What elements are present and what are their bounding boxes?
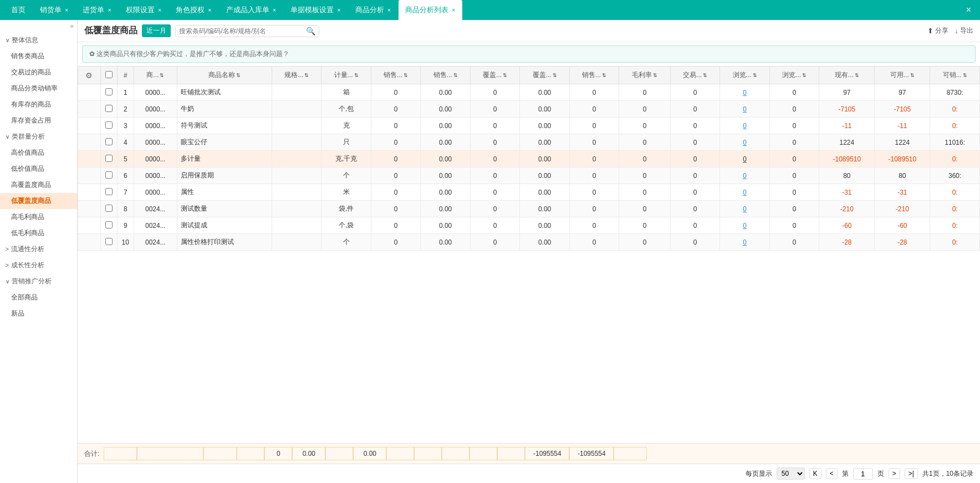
page-size-select[interactable]: 50 10 20 100 xyxy=(777,467,805,480)
row-checkbox-4[interactable] xyxy=(100,151,117,167)
column-code-header[interactable]: 商...⇅ xyxy=(134,67,177,84)
row-name-3[interactable]: 眼宝公仔 xyxy=(177,134,272,151)
row-browse-a-5[interactable]: 0 xyxy=(720,167,769,184)
sidebar-item-low-coverage[interactable]: 低覆盖度商品 xyxy=(0,193,77,209)
total-name xyxy=(137,447,203,460)
export-button[interactable]: ↓ 导出 xyxy=(955,26,974,35)
column-sales-amt-header[interactable]: 销售...⇅ xyxy=(421,67,470,84)
row-name-1[interactable]: 牛奶 xyxy=(177,101,272,118)
row-checkbox-2[interactable] xyxy=(100,118,117,134)
nav-tab-product-in-close[interactable]: × xyxy=(273,0,276,20)
row-name-2[interactable]: 符号测试 xyxy=(177,118,272,134)
sidebar-item-sales-goods[interactable]: 销售类商品 xyxy=(0,48,77,64)
row-checkbox-0[interactable] xyxy=(100,84,117,101)
column-available-header[interactable]: 可用...⇅ xyxy=(875,67,930,84)
column-browse-a-header[interactable]: 浏览...⇅ xyxy=(720,67,769,84)
row-checkbox-3[interactable] xyxy=(100,134,117,151)
row-browse-a-0[interactable]: 0 xyxy=(720,84,769,101)
column-current-header[interactable]: 现有...⇅ xyxy=(819,67,875,84)
nav-tab-permission[interactable]: 权限设置 × xyxy=(119,0,168,20)
search-icon[interactable]: 🔍 xyxy=(306,27,315,35)
last-page-button[interactable]: >| xyxy=(905,468,918,479)
row-checkbox-8[interactable] xyxy=(100,217,117,234)
column-settings-header[interactable]: ⚙ xyxy=(78,67,101,84)
prev-page-button[interactable]: < xyxy=(826,468,838,479)
column-checkbox-header[interactable] xyxy=(100,67,117,84)
column-sellable-header[interactable]: 可销...⇅ xyxy=(930,67,980,84)
row-name-0[interactable]: 旺铺批次测试 xyxy=(177,84,272,101)
row-browse-a-9[interactable]: 0 xyxy=(720,234,769,251)
first-page-button[interactable]: K xyxy=(809,468,821,479)
row-browse-a-4[interactable]: 0 xyxy=(720,151,769,167)
row-name-5[interactable]: 启用保质期 xyxy=(177,167,272,184)
column-cover-a-header[interactable]: 覆盖...⇅ xyxy=(470,67,519,84)
next-page-button[interactable]: > xyxy=(889,468,900,479)
sidebar-item-low-margin[interactable]: 低毛利商品 xyxy=(0,225,77,241)
column-sales-c-header[interactable]: 销售...⇅ xyxy=(569,67,619,84)
sidebar-item-new-goods[interactable]: 新品 xyxy=(0,306,77,322)
row-name-8[interactable]: 测试提成 xyxy=(177,217,272,234)
sidebar-section-marketing[interactable]: ∨ 营销推广分析 xyxy=(0,273,77,289)
page-number-input[interactable] xyxy=(853,468,873,480)
column-name-header[interactable]: 商品名称⇅ xyxy=(177,67,272,84)
column-gross-rate-header[interactable]: 毛利率⇅ xyxy=(619,67,671,84)
nav-tab-role[interactable]: 角色授权 × xyxy=(169,0,218,20)
sidebar-section-overview[interactable]: ∨ 整体信息 xyxy=(0,32,77,48)
nav-tab-sales[interactable]: 销货单 × xyxy=(33,0,75,20)
row-browse-a-1[interactable]: 0 xyxy=(720,101,769,118)
sidebar-item-inventory-funds[interactable]: 库存资金占用 xyxy=(0,113,77,129)
sidebar-item-high-coverage[interactable]: 高覆盖度商品 xyxy=(0,177,77,193)
row-name-9[interactable]: 属性价格打印测试 xyxy=(177,234,272,251)
sidebar-section-cluster[interactable]: ∨ 类群量分析 xyxy=(0,129,77,145)
nav-tab-permission-close[interactable]: × xyxy=(158,0,161,20)
select-all-checkbox[interactable] xyxy=(105,71,113,78)
nav-tab-purchase-close[interactable]: × xyxy=(108,0,111,20)
nav-tab-goods-list-close[interactable]: × xyxy=(452,0,455,20)
sidebar-section-growth[interactable]: > 成长性分析 xyxy=(0,257,77,273)
column-spec-header[interactable]: 规格...⇅ xyxy=(272,67,321,84)
nav-tab-home[interactable]: 首页 xyxy=(4,0,32,20)
row-checkbox-5[interactable] xyxy=(100,167,117,184)
row-checkbox-1[interactable] xyxy=(100,101,117,118)
sidebar-item-low-value[interactable]: 低价值商品 xyxy=(0,161,77,177)
nav-tab-sales-close[interactable]: × xyxy=(65,0,68,20)
sidebar-section-circulation[interactable]: > 流通性分析 xyxy=(0,241,77,257)
close-all-tabs-button[interactable]: × xyxy=(962,5,976,15)
column-sales-qty-header[interactable]: 销售...⇅ xyxy=(371,67,420,84)
sidebar-item-high-value[interactable]: 高价值商品 xyxy=(0,145,77,161)
sidebar-item-in-stock-goods[interactable]: 有库存的商品 xyxy=(0,96,77,113)
column-browse-b-header[interactable]: 浏览...⇅ xyxy=(769,67,819,84)
nav-tab-goods-analysis[interactable]: 商品分析 × xyxy=(349,0,397,20)
nav-tab-role-close[interactable]: × xyxy=(208,0,211,20)
share-button[interactable]: ⬆ 分享 xyxy=(927,26,948,35)
row-browse-a-8[interactable]: 0 xyxy=(720,217,769,234)
column-unit-header[interactable]: 计量...⇅ xyxy=(321,67,371,84)
sidebar-item-all-goods[interactable]: 全部商品 xyxy=(0,289,77,306)
row-checkbox-9[interactable] xyxy=(100,234,117,251)
sidebar-item-category-sales-rate[interactable]: 商品分类动销率 xyxy=(0,80,77,96)
search-input[interactable] xyxy=(179,27,304,35)
pagination-bar: 每页显示 50 10 20 100 K < 第 页 > >| 共1页，10条记录 xyxy=(78,464,980,483)
nav-tab-goods-list[interactable]: 商品分析列表 × xyxy=(399,0,462,20)
column-trans-header[interactable]: 交易...⇅ xyxy=(670,67,719,84)
sidebar-item-traded-goods[interactable]: 交易过的商品 xyxy=(0,64,77,80)
nav-tab-product-in[interactable]: 产成品入库单 × xyxy=(220,0,283,20)
row-name-7[interactable]: 测试数量 xyxy=(177,201,272,217)
row-browse-a-7[interactable]: 0 xyxy=(720,201,769,217)
sidebar-section-cluster-label: 类群量分析 xyxy=(12,132,45,141)
row-name-6[interactable]: 属性 xyxy=(177,184,272,201)
column-cover-b-header[interactable]: 覆盖...⇅ xyxy=(520,67,569,84)
time-filter-button[interactable]: 近一月 xyxy=(142,24,171,37)
nav-tab-purchase[interactable]: 进货单 × xyxy=(76,0,118,20)
sidebar-item-high-margin[interactable]: 高毛利商品 xyxy=(0,209,77,225)
sidebar-collapse-button[interactable]: « xyxy=(0,20,77,32)
row-browse-a-2[interactable]: 0 xyxy=(720,118,769,134)
row-name-4[interactable]: 多计量 xyxy=(177,151,272,167)
row-checkbox-7[interactable] xyxy=(100,201,117,217)
row-browse-a-3[interactable]: 0 xyxy=(720,134,769,151)
nav-tab-goods-analysis-close[interactable]: × xyxy=(387,0,391,20)
nav-tab-template-close[interactable]: × xyxy=(337,0,340,20)
row-browse-a-6[interactable]: 0 xyxy=(720,184,769,201)
row-checkbox-6[interactable] xyxy=(100,184,117,201)
nav-tab-template[interactable]: 单据模板设置 × xyxy=(284,0,347,20)
